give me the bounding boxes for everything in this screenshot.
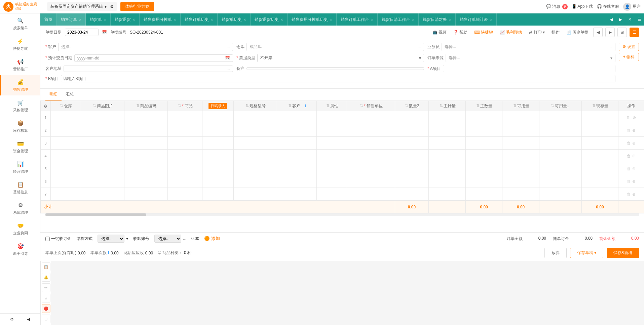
sidebar-item-sales[interactable]: 💰 销售管理 [0, 75, 40, 95]
remark-input[interactable] [247, 67, 424, 70]
save-new-button[interactable]: 保存&新增 [607, 248, 639, 258]
tab-sales-order[interactable]: 销售订单 ✕ [57, 13, 86, 26]
user-avatar[interactable]: 👤 用户 [623, 3, 641, 11]
th-sales-unit[interactable]: ⇅销售单位 [347, 101, 395, 111]
list-view-btn[interactable]: ☰ [630, 28, 639, 37]
tab-next-btn[interactable]: ▶ [616, 13, 625, 26]
sidebar-collapse-icon[interactable]: ◀ [27, 317, 30, 322]
help-btn[interactable]: ❓ 帮助 [451, 29, 469, 36]
th-stock[interactable]: ⇅现存量 [581, 101, 618, 111]
message-icon[interactable]: 💬 消息 9 [546, 4, 568, 9]
online-service-link[interactable]: 🎧 在线客服 [597, 4, 619, 9]
tab-close-icon[interactable]: ✕ [280, 18, 283, 22]
th-available2[interactable]: ⇅可用量... [539, 101, 581, 111]
sidebar-item-marketing[interactable]: 📢 营销推广 [0, 54, 40, 75]
tab-statistics[interactable]: 销售订单统计表 ✕ [456, 13, 497, 26]
cell-avail2-1[interactable] [539, 111, 581, 124]
sidebar-item-guide[interactable]: 🎯 新手引导 [0, 239, 40, 259]
payment-method-select[interactable]: 选择... [98, 235, 124, 243]
tab-close-icon[interactable]: ✕ [412, 18, 414, 22]
th-customer-code[interactable]: ⇅客户... ℹ [277, 101, 317, 111]
profit-btn[interactable]: 📈 毛利预估 [498, 29, 524, 36]
th-quantity2[interactable]: ⇅数量2 [395, 101, 429, 111]
sidebar-item-inventory[interactable]: 📦 库存核算 [0, 116, 40, 136]
settings-btn[interactable]: ⚙ 设置 [619, 43, 639, 51]
th-product-img[interactable]: ⇅商品图片 [81, 101, 124, 111]
th-main-unit[interactable]: ⇅主计量 [429, 101, 465, 111]
date-input[interactable] [65, 29, 99, 36]
print-btn[interactable]: 🖨 打印 ▾ [527, 29, 547, 36]
horizontal-scrollbar[interactable] [45, 213, 639, 216]
th-attribute[interactable]: ⇅属性 [317, 101, 347, 111]
checkout-checkbox[interactable] [45, 237, 50, 241]
history-btn[interactable]: 📄 历史单据 [564, 29, 591, 36]
tab-close-icon[interactable]: ✕ [79, 18, 81, 22]
sidebar-settings-icon[interactable]: ⚙ [10, 317, 14, 322]
copy-icon-1[interactable]: ⊕ [633, 115, 636, 120]
tab-close-icon[interactable]: ✕ [211, 18, 213, 22]
th-scan[interactable]: 扫码录入 [202, 101, 234, 111]
tab-expense-history[interactable]: 销售费用分摊单历史 ✕ [288, 13, 337, 26]
solution-button[interactable]: 体验行业方案 [120, 2, 154, 11]
tab-return-history[interactable]: 销货退货历史 ✕ [251, 13, 288, 26]
tab-workbench[interactable]: 销售订单工作台 ✕ [337, 13, 378, 26]
tab-close-icon[interactable]: ✕ [243, 18, 246, 22]
cell-stock-1[interactable] [581, 111, 618, 124]
one-key-checkout-checkbox[interactable]: 一键收订金 [45, 236, 71, 242]
prev-record-btn[interactable]: ◀ [593, 28, 603, 37]
sidebar-item-nav[interactable]: ⚡ 快捷导航 [0, 34, 40, 54]
tab-prev-btn[interactable]: ◀ [606, 13, 616, 26]
bank-account-select[interactable]: 选择... [154, 235, 181, 243]
scan-btn[interactable]: 扫码录入 [209, 103, 227, 109]
shortcut-btn[interactable]: ⌨ 快捷键 [472, 29, 495, 36]
sidebar-item-search[interactable]: 🔍 搜索菜单 [0, 13, 40, 34]
right-panel-btn-6[interactable]: ⊞ [42, 315, 50, 323]
sidebar-item-finance[interactable]: 💳 资金管理 [0, 136, 40, 157]
cell-product-1[interactable] [168, 111, 202, 124]
cell-main-unit-1[interactable] [429, 111, 465, 124]
right-panel-btn-3[interactable]: ✏ [42, 283, 50, 292]
tab-daily-workbench[interactable]: 钱货日清工作台 ✕ [378, 13, 419, 26]
operation-btn[interactable]: 操作 [550, 29, 562, 36]
right-panel-btn-2[interactable]: 🔔 [42, 273, 50, 282]
th-available[interactable]: ⇅可用量 [502, 101, 539, 111]
settings-icon[interactable]: ⚙ [110, 4, 114, 9]
tab-close-icon[interactable]: ✕ [132, 18, 135, 22]
tab-close-icon[interactable]: ✕ [174, 18, 176, 22]
right-panel-btn-4[interactable]: ☆ [42, 294, 50, 302]
cell-avail-1[interactable] [502, 111, 539, 124]
address-input[interactable]: ... [64, 66, 233, 72]
sidebar-item-enterprise[interactable]: 🤝 企业协同 [0, 218, 40, 239]
tab-sales-invoice[interactable]: 销货单 ✕ [86, 13, 111, 26]
customer-input[interactable]: 选择... ... [58, 43, 233, 51]
app-download-link[interactable]: 📱 App下载 [572, 4, 593, 9]
add-payment-btn[interactable]: 🟠 添加 [204, 236, 220, 242]
cell-attr-1[interactable] [317, 111, 347, 124]
delete-icon-1[interactable]: 🗑 [626, 115, 630, 120]
delivery-date-input[interactable]: yyyy-mm-dd 📅 [74, 54, 233, 62]
date-picker-icon[interactable]: 📅 [225, 56, 230, 60]
cell-unit-1[interactable] [347, 111, 395, 124]
sidebar-item-purchase[interactable]: 🛒 采购管理 [0, 95, 40, 116]
save-draft-button[interactable]: 保存草稿 ▾ [570, 248, 603, 258]
tab-close-icon[interactable]: ✕ [371, 18, 373, 22]
tab-close-icon[interactable]: ✕ [104, 18, 106, 22]
scrollbar-thumb[interactable] [45, 213, 146, 216]
th-product-code[interactable]: ⇅商品编码 [124, 101, 167, 111]
calendar-icon[interactable]: 📅 [102, 30, 107, 35]
grid-view-btn[interactable]: ⊞ [617, 28, 627, 37]
sidebar-item-basic-info[interactable]: 📋 基础信息 [0, 177, 40, 198]
save-draft-dropdown-icon[interactable]: ▾ [594, 250, 596, 255]
th-spec[interactable]: ⇅规格型号 [234, 101, 277, 111]
th-main-qty[interactable]: ⇅主数量 [465, 101, 502, 111]
th-setting[interactable]: ⚙ [41, 101, 51, 111]
tab-order-history[interactable]: 销售订单历史 ✕ [181, 13, 218, 26]
right-panel-btn-1[interactable]: 📋 [42, 262, 50, 271]
cell-qty2-1[interactable] [395, 111, 429, 124]
system-title[interactable]: 装备及固定资产辅助管理系统 ▾ ⚙ [47, 2, 117, 11]
tab-expense-split[interactable]: 销售费用分摊单 ✕ [140, 13, 181, 26]
project-a-input[interactable] [443, 65, 615, 72]
tab-invoice-history[interactable]: 销货单历史 ✕ [218, 13, 251, 26]
cell-img-1[interactable] [81, 111, 124, 124]
order-source-input[interactable]: 选择... ▾ [446, 54, 615, 62]
